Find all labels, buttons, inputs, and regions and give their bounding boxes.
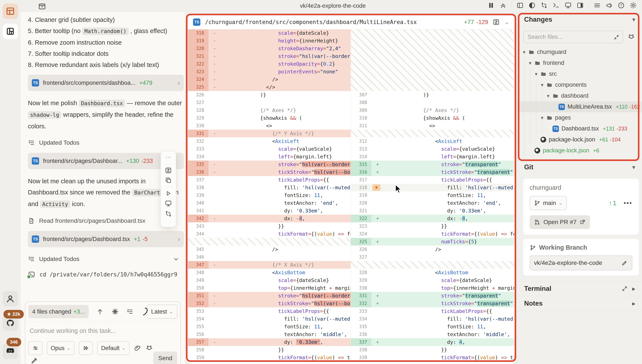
rail-workspace-button[interactable] — [3, 4, 18, 19]
diff-line[interactable]: 333 tickLabelProps={{ — [351, 307, 514, 315]
zdiff-icon[interactable] — [165, 167, 172, 174]
diff-line[interactable]: 355 fontSize: 11, — [188, 323, 351, 330]
menu-icon[interactable] — [593, 2, 601, 9]
diff-line[interactable]: 323 - pointerEvents="none" — [188, 68, 351, 76]
diff-line[interactable]: 351 - stroke="hsl(var(--border))" — [188, 292, 351, 300]
caret-down-icon[interactable]: ▾ — [541, 115, 546, 121]
changes-section-header[interactable]: Changes▾ — [517, 12, 642, 27]
play-icon[interactable] — [165, 190, 172, 197]
expand-icon[interactable] — [621, 286, 627, 292]
diff-line[interactable]: 312 <AxisLeft — [351, 137, 514, 145]
todos-icon[interactable] — [127, 308, 133, 315]
diff-line[interactable]: 330 top={innerHeight + margin.top} — [351, 284, 514, 292]
caret-down-icon[interactable]: ▾ — [535, 71, 540, 77]
diff-line[interactable]: 322 + dx: -8, — [351, 214, 514, 222]
tree-item-churnguard[interactable]: ▾ churnguard — [517, 46, 642, 58]
diff-line[interactable]: 339 tickFormat={(value) => timeFormat('%… — [351, 354, 514, 362]
diff-line[interactable]: 337 + dy: 4, — [351, 338, 514, 346]
diff-line[interactable]: 314 left={margin.left} — [351, 153, 514, 160]
diff-line[interactable]: 326 )} — [188, 91, 351, 99]
diff-line[interactable]: 348 <AxisBottom — [188, 269, 351, 276]
send-button[interactable]: Send — [153, 352, 177, 364]
file-chip[interactable]: TS frontend/src/pages/Dashboard.tsx +1 -… — [28, 231, 184, 247]
settings-button[interactable] — [28, 341, 43, 355]
notes-section-header[interactable]: Notes ▸ — [517, 296, 642, 311]
copy-icon[interactable] — [165, 177, 172, 184]
diff-line[interactable]: 350 top={innerHeight + margin.top} — [188, 284, 351, 292]
diff-line[interactable]: 320 - strokeDasharray="2,4" — [188, 45, 351, 52]
read-file-row[interactable]: Read frontend/src/pages/Dashboard.tsx — [28, 216, 183, 226]
diff-line[interactable]: 331 - {/* Y Axis */} — [188, 130, 351, 137]
caret-down-icon[interactable]: ▾ — [541, 82, 546, 88]
files-changed-chip[interactable]: 4 files changed +3... — [28, 305, 89, 318]
file-chip[interactable]: TS frontend/src/components/dashboa... +4… — [28, 75, 184, 91]
tree-item-package-lock-json[interactable]: package-lock.json+61-104 — [517, 134, 642, 145]
mode-dropdown[interactable]: Default⌄ — [97, 341, 130, 355]
diff-line[interactable]: 341 dy: '0.33em', — [188, 207, 351, 214]
diff-line[interactable]: 326 /> — [351, 246, 514, 253]
diff-view-icon[interactable] — [493, 19, 500, 26]
diff-line[interactable]: 327 — [188, 99, 351, 106]
diff-line[interactable]: 328 <AxisBottom — [351, 269, 514, 276]
diff-line[interactable]: 336 - tickStroke="hsl(var(--border))" — [188, 168, 351, 176]
panel-right-icon[interactable] — [576, 2, 584, 9]
diff-line[interactable]: 318 + fill: 'hsl(var(--muted-foreground)… — [351, 184, 514, 192]
diff-line[interactable]: 324 tickFormat={(value) => formatValue(v… — [351, 230, 514, 238]
rail-board-button[interactable] — [3, 24, 18, 39]
open-pr-button[interactable]: Open PR #7 — [530, 215, 590, 229]
diff-line[interactable]: 339 fontSize: 11, — [188, 192, 351, 199]
diff-line[interactable]: 340 textAnchor: 'end', — [188, 199, 351, 207]
diff-line[interactable]: 349 scale={dateScale} — [188, 276, 351, 284]
branch-dropdown[interactable]: main⌄ — [530, 196, 567, 210]
caret-down-icon[interactable]: ▾ — [523, 49, 528, 55]
diff-line[interactable]: 324 - /> — [188, 76, 351, 83]
git-compare-icon[interactable] — [165, 210, 172, 218]
diff-line[interactable]: 335 fontSize: 11, — [351, 323, 514, 330]
terminal-command-row[interactable]: cd /private/var/folders/10/h7w0q46556ggr… — [28, 269, 183, 280]
working-branch-field[interactable]: vk/4e2a-explore-the-code — [530, 256, 632, 270]
diff-line[interactable]: 334 fill: 'hsl(var(--muted-foreground))'… — [351, 315, 514, 323]
git-section-header[interactable]: Git▾ — [517, 160, 642, 175]
diff-line[interactable]: 319 fontSize: 11, — [351, 192, 514, 199]
chevron-down-icon[interactable] — [173, 256, 179, 262]
diff-line[interactable]: 317 tickLabelProps={{ — [351, 176, 514, 184]
diff-line[interactable]: 321 dy: '0.33em', — [351, 207, 514, 214]
scroll-up-icon[interactable] — [96, 308, 104, 315]
updated-todos-row[interactable]: Updated Todos — [28, 137, 183, 148]
diff-line[interactable]: 311 <> — [351, 122, 514, 130]
sparkle-icon[interactable] — [112, 308, 119, 315]
diff-line[interactable]: 333 scale={valueScale} — [188, 145, 351, 153]
help-icon[interactable]: ? — [617, 2, 625, 9]
search-input[interactable] — [524, 31, 623, 43]
git-compare-icon[interactable] — [540, 2, 548, 9]
tree-item-src[interactable]: ▾ src — [517, 68, 642, 80]
archive-icon[interactable] — [38, 2, 46, 11]
diff-line[interactable]: 336 textAnchor: 'middle', — [351, 330, 514, 338]
tree-item-pages[interactable]: ▾ pages — [517, 112, 642, 123]
diff-line[interactable]: 325 + numTicks={5} — [351, 238, 514, 246]
diff-line[interactable]: 328 {/* Axes */} — [188, 106, 351, 114]
updated-todos-row[interactable]: Updated Todos — [28, 254, 183, 264]
diff-line[interactable]: 319 - height={innerHeight} — [188, 37, 351, 45]
panel-left-icon[interactable] — [516, 2, 524, 9]
add-comment-button[interactable]: + — [372, 184, 380, 191]
terminal-icon[interactable] — [552, 2, 560, 9]
diff-line[interactable]: 354 fill: 'hsl(var(--muted-foreground))'… — [188, 315, 351, 323]
diff-line[interactable]: 310 {showAxis && ( — [351, 114, 514, 122]
diff-line[interactable]: 321 - stroke="hsl(var(--border))" — [188, 52, 351, 60]
diff-line[interactable]: 313 scale={valueScale} — [351, 145, 514, 153]
diff-line[interactable]: 322 - strokeOpacity={0.2} — [188, 60, 351, 68]
cat-icon[interactable] — [145, 344, 153, 352]
diff-line[interactable]: 337 tickLabelProps={{ — [188, 176, 351, 184]
tree-item-frontend[interactable]: ▾ frontend — [517, 58, 642, 68]
diff-line[interactable]: 345 /> — [188, 246, 351, 253]
model-dropdown[interactable]: Opus⌄ — [47, 341, 75, 355]
gear-icon[interactable] — [629, 2, 637, 9]
message-input[interactable]: Continue working on this task... — [25, 322, 180, 334]
diff-line[interactable]: 331 + stroke="transparent" — [351, 292, 514, 300]
terminal-section-header[interactable]: Terminal ▸ — [517, 281, 642, 296]
diff-line[interactable]: 309 {/* Axes */} — [351, 106, 514, 114]
diff-line[interactable]: 332 + tickStroke="transparent" — [351, 300, 514, 307]
diff-line[interactable]: 330 <> — [188, 122, 351, 130]
collapse-chevron-icon[interactable]: ⌄ — [504, 19, 509, 26]
